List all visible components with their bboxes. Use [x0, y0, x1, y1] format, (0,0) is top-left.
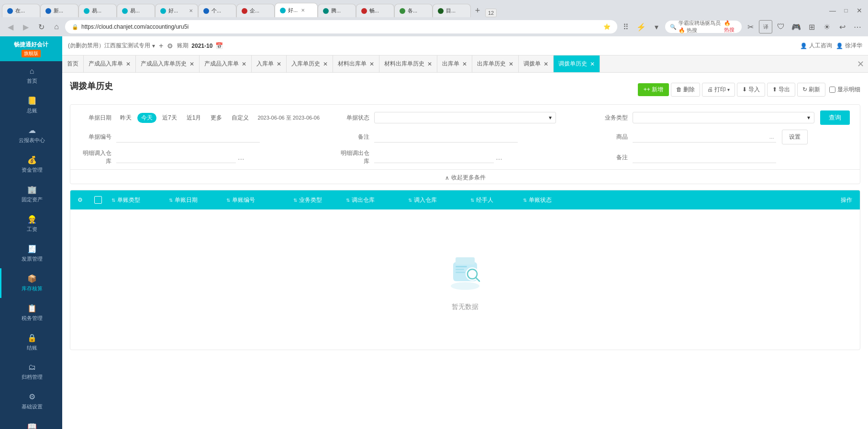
lightning-btn[interactable]: ⚡: [634, 20, 648, 33]
forward-btn[interactable]: ▶: [19, 20, 33, 33]
page-tab-ccrk[interactable]: 产成品入库单 ✕: [84, 55, 136, 73]
sidebar-item-close[interactable]: 🔒 结账: [0, 328, 62, 357]
browser-tab-t2[interactable]: 易...: [78, 4, 117, 17]
date-more[interactable]: 更多: [207, 113, 226, 123]
th-settings[interactable]: ⚙: [70, 197, 89, 203]
th-date[interactable]: 单账日期: [164, 196, 222, 204]
browser-tab-t6[interactable]: 企...: [236, 4, 275, 17]
page-tab-rkdlish[interactable]: 入库单历史 ✕: [287, 55, 333, 73]
page-tab-dbd[interactable]: 调拨单 ✕: [519, 55, 554, 73]
add-btn[interactable]: + + 新增: [638, 83, 669, 96]
address-bar[interactable]: 🔒 https://cloud.chanjet.com/accounting/u…: [65, 20, 617, 33]
browser-tab-active[interactable]: 好... ✕: [275, 3, 318, 17]
browser-tab-t1[interactable]: 在...: [2, 4, 40, 17]
scissors-btn[interactable]: ✂: [744, 20, 757, 33]
shield-btn[interactable]: 🛡: [774, 20, 788, 33]
number-filter-input[interactable]: [116, 132, 260, 143]
th-out[interactable]: 调出仓库: [341, 196, 403, 204]
home-btn[interactable]: ⌂: [50, 20, 63, 33]
browser-tab-t4[interactable]: 好... ✕: [155, 4, 198, 17]
consultant-btn[interactable]: 👤 人工咨询: [800, 42, 832, 50]
tab-close-clckdlish[interactable]: ✕: [427, 61, 432, 67]
tab-close-t4[interactable]: ✕: [189, 8, 193, 13]
select-all-checkbox[interactable]: [94, 196, 102, 204]
page-tab-ckdlish[interactable]: 出库单历史 ✕: [472, 55, 519, 73]
menu-btn[interactable]: ⋯: [851, 20, 864, 33]
tab-close-ckd[interactable]: ✕: [462, 61, 467, 67]
translate-btn[interactable]: 译: [759, 20, 772, 33]
page-tab-ccrklish[interactable]: 产成品入库单历史 ✕: [136, 55, 200, 73]
gear-settings-btn[interactable]: ⚙: [167, 42, 173, 50]
settings-btn[interactable]: 设置: [782, 130, 808, 144]
browser-tab-t-new[interactable]: 新...: [40, 4, 78, 17]
import-btn[interactable]: ⬇ 导入: [737, 83, 765, 97]
sidebar-item-guide[interactable]: 📖 新手引导: [0, 416, 62, 429]
page-tab-dbdlish[interactable]: 调拨单历史 ✕: [554, 55, 600, 73]
sidebar-item-ledger[interactable]: 📒 总账: [0, 90, 62, 120]
print-btn[interactable]: 🖨 打印 ▾: [702, 83, 735, 97]
dropdown-btn[interactable]: ▾: [650, 20, 663, 33]
page-tab-clckd[interactable]: 材料出库单 ✕: [333, 55, 379, 73]
tab-close-dbdlish[interactable]: ✕: [590, 61, 595, 67]
calendar-icon[interactable]: 📅: [215, 42, 223, 49]
date-yesterday[interactable]: 昨天: [116, 113, 135, 123]
tab-close-ccrklish[interactable]: ✕: [189, 61, 194, 67]
tab-close-rkdlish[interactable]: ✕: [323, 61, 328, 67]
page-tab-ckd[interactable]: 出库单 ✕: [437, 55, 472, 73]
th-type[interactable]: 单账类型: [107, 196, 164, 204]
tab-add-button[interactable]: +: [471, 4, 484, 17]
back-btn[interactable]: ◀: [4, 20, 17, 33]
refresh-btn[interactable]: ↻ 刷新: [797, 83, 825, 97]
add-company-btn[interactable]: +: [159, 42, 163, 50]
reload-btn[interactable]: ↻: [34, 20, 48, 33]
grid-btn[interactable]: ⊞: [805, 20, 818, 33]
sidebar-item-fund[interactable]: 💰 资金管理: [0, 150, 62, 179]
browser-tab-t10[interactable]: 各...: [394, 4, 433, 17]
browser-tab-t5[interactable]: 个...: [198, 4, 236, 17]
page-tab-clckdlish[interactable]: 材料出库单历史 ✕: [379, 55, 437, 73]
date-custom[interactable]: 自定义: [228, 113, 253, 123]
theme-btn[interactable]: ☀: [820, 20, 834, 33]
minimize-btn[interactable]: —: [826, 4, 839, 17]
th-num[interactable]: 单账编号: [222, 196, 289, 204]
th-checkbox[interactable]: [89, 196, 107, 204]
out-warehouse-input[interactable]: [374, 152, 494, 163]
query-btn[interactable]: 查询: [820, 110, 850, 125]
status-select[interactable]: ▾: [374, 112, 556, 123]
company-selector[interactable]: (勿删勿禁用）江西服宝测试专用 ▾: [68, 42, 155, 50]
display-detail-checkbox[interactable]: [829, 87, 835, 93]
page-tab-home[interactable]: 首页: [62, 55, 84, 73]
sidebar-item-report[interactable]: ☁ 云报表中心: [0, 120, 62, 150]
browser-tab-t9[interactable]: 畅...: [356, 4, 394, 17]
sidebar-item-archive[interactable]: 🗂 归档管理: [0, 357, 62, 386]
tab-close-active[interactable]: ✕: [301, 8, 305, 13]
page-tab-ccrk2[interactable]: 产成品入库单 ✕: [200, 55, 252, 73]
close-window-btn[interactable]: ✕: [853, 4, 866, 17]
biztype-select[interactable]: ▾: [633, 112, 814, 123]
note-filter-input[interactable]: [633, 152, 776, 163]
tabs-close-all-btn[interactable]: ✕: [853, 55, 868, 73]
tab-close-ccrk[interactable]: ✕: [126, 61, 131, 67]
sidebar-item-inventory[interactable]: 📦 库存核算: [0, 268, 62, 298]
tab-close-ccrk2[interactable]: ✕: [242, 61, 246, 67]
sidebar-item-tax[interactable]: 📋 税务管理: [0, 298, 62, 328]
browser-tab-t8[interactable]: 腾...: [318, 4, 356, 17]
th-status[interactable]: 单账状态: [518, 196, 571, 204]
sidebar-item-wage[interactable]: 👷 工资: [0, 209, 62, 239]
out-warehouse-dots[interactable]: ...: [496, 153, 502, 162]
th-person[interactable]: 经手人: [466, 196, 518, 204]
sidebar-item-settings[interactable]: ⚙ 基础设置: [0, 386, 62, 416]
collapse-filter-btn[interactable]: ∧ 收起更多条件: [70, 169, 860, 184]
extensions-btn[interactable]: ⠿: [619, 20, 633, 33]
date-today[interactable]: 今天: [137, 113, 156, 123]
sidebar-item-asset[interactable]: 🏢 固定资产: [0, 179, 62, 209]
browser-tab-t3[interactable]: 易...: [117, 4, 155, 17]
in-warehouse-dots[interactable]: ...: [238, 153, 244, 162]
browser-tab-t11[interactable]: 目...: [433, 4, 471, 17]
th-in[interactable]: 调入仓库: [403, 196, 466, 204]
in-warehouse-input[interactable]: [116, 152, 236, 163]
game-btn[interactable]: 🎮: [790, 20, 803, 33]
goods-filter-input[interactable]: ...: [633, 132, 776, 143]
page-tab-rkd[interactable]: 入库单 ✕: [252, 55, 287, 73]
user-info[interactable]: 👤 徐泽华: [836, 42, 862, 50]
